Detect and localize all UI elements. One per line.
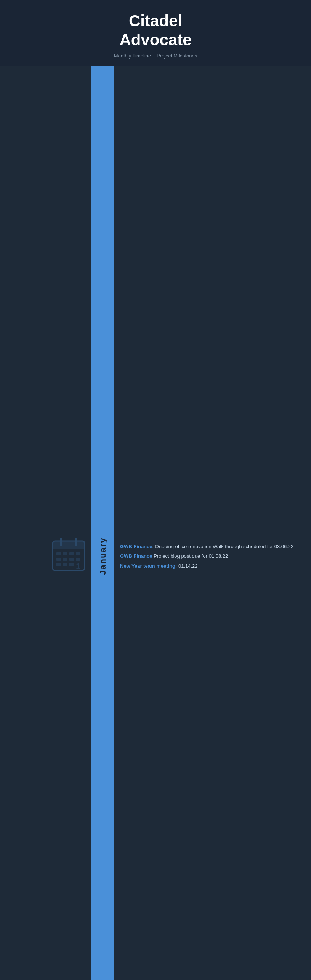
svg-rect-4 [56, 552, 61, 555]
month-label-col-january: January [91, 66, 114, 980]
svg-rect-7 [76, 552, 80, 555]
month-label: January [98, 66, 108, 980]
timeline: 1 January GWB Finance: Ongoing office re… [0, 66, 311, 980]
month-row-january: 1 January GWB Finance: Ongoing office re… [0, 66, 311, 980]
list-item: New Year team meeting: 01.14.22 [120, 562, 303, 570]
svg-rect-14 [69, 563, 74, 566]
list-item: GWB Finance Project blog post due for 01… [120, 552, 303, 560]
svg-text:1: 1 [76, 562, 80, 571]
svg-rect-11 [76, 558, 80, 561]
svg-rect-12 [56, 563, 61, 566]
calendar-container: 1 [51, 537, 86, 571]
svg-rect-1 [53, 541, 85, 549]
list-item: GWB Finance: Ongoing office renovation W… [120, 543, 303, 551]
left-content: 1 [0, 66, 91, 980]
svg-rect-5 [63, 552, 67, 555]
calendar-icon: 1 [51, 537, 86, 571]
svg-rect-10 [69, 558, 74, 561]
svg-rect-13 [63, 563, 67, 566]
svg-rect-8 [56, 558, 61, 561]
header-subtitle: Monthly Timeline + Project Milestones [8, 53, 303, 59]
right-content: GWB Finance: Ongoing office renovation W… [114, 66, 311, 980]
header: Citadel Advocate Monthly Timeline + Proj… [0, 0, 311, 66]
svg-rect-6 [69, 552, 74, 555]
svg-rect-9 [63, 558, 67, 561]
header-title: Citadel Advocate [8, 11, 303, 50]
